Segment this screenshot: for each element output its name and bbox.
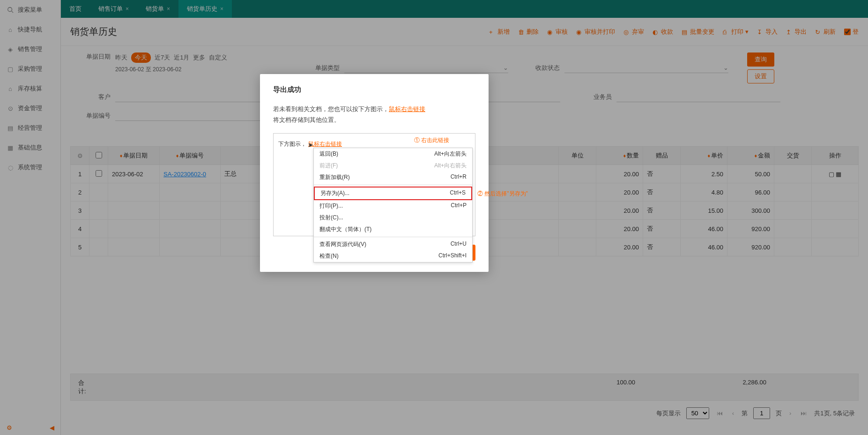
ctx-item: 检查(N)Ctrl+Shift+I <box>314 250 472 262</box>
ctx-item: 重新加载(R)Ctrl+R <box>314 172 472 183</box>
modal-title: 导出成功 <box>273 85 475 94</box>
ctx-item: 投射(C)... <box>314 212 472 224</box>
annotation-2: ② 然后选择"另存为" <box>477 190 528 198</box>
ctx-item: 前进(F)Alt+向右箭头 <box>314 160 472 172</box>
export-success-modal: 导出成功 若未看到相关文档，您也可以按下方图示，鼠标右击链接 将文档存储到其他位… <box>260 74 489 272</box>
ctx-item: 打印(P)...Ctrl+P <box>314 200 472 212</box>
context-menu-illustration: 返回(B)Alt+向左箭头前进(F)Alt+向右箭头重新加载(R)Ctrl+R另… <box>313 148 473 262</box>
guide-illustration: 下方图示，鼠标右击链接 ➤ ① 右击此链接 ② 然后选择"另存为" 返回(B)A… <box>273 133 475 236</box>
ctx-item: 返回(B)Alt+向左箭头 <box>314 148 472 160</box>
ctx-item: 另存为(A)...Ctrl+S <box>314 187 472 200</box>
ctx-item: 查看网页源代码(V)Ctrl+U <box>314 239 472 250</box>
guide-link: 鼠标右击链接 <box>308 140 342 148</box>
annotation-1: ① 右击此链接 <box>414 136 449 144</box>
modal-text: 若未看到相关文档，您也可以按下方图示，鼠标右击链接 将文档存储到其他位置。 <box>273 104 475 126</box>
right-click-link[interactable]: 鼠标右击链接 <box>389 105 425 112</box>
ctx-item: 翻成中文（简体）(T) <box>314 224 472 235</box>
